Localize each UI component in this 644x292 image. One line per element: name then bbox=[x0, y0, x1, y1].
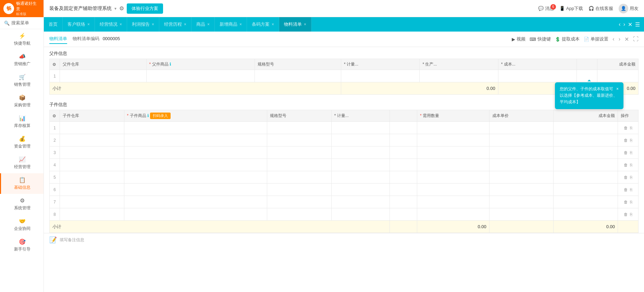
child-cell-unit-cost-6[interactable] bbox=[489, 184, 554, 196]
sidebar-item-finance[interactable]: 💰 资金管理 bbox=[0, 132, 44, 153]
child-cell-warehouse-6[interactable] bbox=[60, 184, 124, 196]
child-cell-unit-cost-2[interactable] bbox=[489, 134, 554, 147]
sidebar-item-sales[interactable]: 🛒 销售管理 bbox=[0, 70, 44, 91]
child-cell-spec-6[interactable] bbox=[267, 184, 332, 196]
tab-next-btn[interactable]: › bbox=[622, 21, 627, 28]
shortcut-action[interactable]: ⌨ 快捷键 bbox=[530, 36, 551, 42]
tab-prev-btn[interactable]: ‹ bbox=[617, 21, 622, 28]
gear-settings-icon[interactable]: ⚙ bbox=[119, 5, 124, 12]
child-cell-unit-cost-8[interactable] bbox=[489, 208, 554, 221]
child-cell-unit-cost-5[interactable] bbox=[489, 171, 554, 184]
child-cell-goods-1[interactable] bbox=[124, 122, 267, 134]
child-cell-qty-4[interactable] bbox=[417, 159, 490, 171]
child-cell-goods-7[interactable] bbox=[124, 196, 267, 208]
tab-profit[interactable]: 利润报告 × bbox=[127, 17, 159, 32]
child-cell-qty-7[interactable] bbox=[417, 196, 490, 208]
sidebar-item-enterprise[interactable]: 🤝 企业协同 bbox=[0, 214, 44, 235]
child-cell-warehouse-7[interactable] bbox=[60, 196, 124, 208]
child-cell-warehouse-1[interactable] bbox=[60, 122, 124, 134]
copy-icon-2[interactable]: ⎘ bbox=[630, 138, 632, 143]
search-menu[interactable]: 🔍 搜索菜单 bbox=[0, 17, 44, 29]
copy-icon-8[interactable]: ⎘ bbox=[630, 212, 632, 217]
nav-left-btn[interactable]: ‹ bbox=[612, 36, 614, 42]
child-cell-spec-8[interactable] bbox=[267, 208, 332, 221]
parent-cell-production-1[interactable] bbox=[420, 70, 498, 82]
child-cell-warehouse-4[interactable] bbox=[60, 159, 124, 171]
view-action[interactable]: ▶ 视频 bbox=[512, 36, 525, 42]
child-cell-warehouse-8[interactable] bbox=[60, 208, 124, 221]
child-cell-spec-2[interactable] bbox=[267, 134, 332, 147]
tab-close-operation[interactable]: × bbox=[120, 22, 122, 27]
tab-customer[interactable]: 客户联络 × bbox=[63, 17, 95, 32]
tab-menu-btn[interactable]: ☰ bbox=[634, 21, 641, 28]
sidebar-item-quicknav[interactable]: ⚡ 快捷导航 bbox=[0, 29, 44, 50]
sidebar-item-operation[interactable]: 📈 经营管理 bbox=[0, 153, 44, 173]
child-cell-spec-7[interactable] bbox=[267, 196, 332, 208]
tab-barcode[interactable]: 条码方案 × bbox=[247, 17, 279, 32]
child-cell-goods-8[interactable] bbox=[124, 208, 267, 221]
copy-icon-7[interactable]: ⎘ bbox=[630, 200, 632, 205]
tab-close-profit[interactable]: × bbox=[152, 22, 154, 27]
close-page-btn[interactable]: ✕ bbox=[624, 36, 629, 43]
child-cell-unit-cost-7[interactable] bbox=[489, 196, 554, 208]
child-cell-unit-4[interactable] bbox=[331, 159, 389, 171]
child-cell-qty-3[interactable] bbox=[417, 147, 490, 159]
child-cell-qty-5[interactable] bbox=[417, 171, 490, 184]
copy-icon-1[interactable]: ⎘ bbox=[630, 126, 632, 130]
child-cell-unit-3[interactable] bbox=[331, 147, 389, 159]
sidebar-item-marketing[interactable]: 📣 营销推广 bbox=[0, 50, 44, 70]
tab-history[interactable]: 经营历程 × bbox=[159, 17, 191, 32]
child-cell-qty-8[interactable] bbox=[417, 208, 490, 221]
tooltip-close-btn[interactable]: × bbox=[616, 86, 619, 92]
copy-icon-4[interactable]: ⎘ bbox=[630, 163, 632, 167]
delete-icon-5[interactable]: 🗑 bbox=[624, 175, 628, 180]
child-cell-goods-2[interactable] bbox=[124, 134, 267, 147]
delete-icon-3[interactable]: 🗑 bbox=[624, 150, 628, 155]
page-tab-bom-code[interactable]: 物料清单编码 0000005 bbox=[73, 34, 120, 44]
tab-new-goods[interactable]: 新增商品 × bbox=[215, 17, 247, 32]
child-cell-spec-1[interactable] bbox=[267, 122, 332, 134]
child-cell-unit-cost-1[interactable] bbox=[489, 122, 554, 134]
child-cell-qty-6[interactable] bbox=[417, 184, 490, 196]
delete-icon-4[interactable]: 🗑 bbox=[624, 163, 628, 167]
child-col-gear[interactable]: ⚙ bbox=[50, 110, 60, 122]
sidebar-item-system[interactable]: ⚙ 系统管理 bbox=[0, 194, 44, 214]
tab-operation[interactable]: 经营情况 × bbox=[95, 17, 127, 32]
tab-close-new-goods[interactable]: × bbox=[239, 22, 242, 27]
child-cell-qty-1[interactable] bbox=[417, 122, 490, 134]
tab-close-all-btn[interactable]: ✕ bbox=[627, 21, 634, 28]
child-cell-warehouse-3[interactable] bbox=[60, 147, 124, 159]
expand-btn[interactable]: ⛶ bbox=[633, 36, 639, 42]
message-badge[interactable]: 💬 6 消息 bbox=[538, 5, 554, 12]
child-cell-unit-1[interactable] bbox=[331, 122, 389, 134]
sidebar-item-basic[interactable]: 📋 基础信息 bbox=[0, 173, 44, 194]
child-cell-qty-2[interactable] bbox=[417, 134, 490, 147]
child-cell-goods-3[interactable] bbox=[124, 147, 267, 159]
sidebar-item-purchase[interactable]: 📦 采购管理 bbox=[0, 91, 44, 112]
parent-cell-spec-1[interactable] bbox=[255, 70, 341, 82]
tab-goods[interactable]: 商品 × bbox=[191, 17, 215, 32]
app-download[interactable]: 📱 App下载 bbox=[559, 5, 583, 12]
tab-bom[interactable]: 物料清单 × bbox=[279, 17, 311, 32]
child-cell-unit-8[interactable] bbox=[331, 208, 389, 221]
tab-close-history[interactable]: × bbox=[184, 22, 186, 27]
child-cell-goods-5[interactable] bbox=[124, 171, 267, 184]
child-cell-goods-6[interactable] bbox=[124, 184, 267, 196]
child-cell-warehouse-5[interactable] bbox=[60, 171, 124, 184]
online-service[interactable]: 🎧 在线客服 bbox=[589, 5, 613, 12]
parent-cell-warehouse-1[interactable] bbox=[60, 70, 147, 82]
child-cell-unit-7[interactable] bbox=[331, 196, 389, 208]
tab-close-barcode[interactable]: × bbox=[272, 22, 274, 27]
user-menu[interactable]: 👤 用友 bbox=[619, 4, 639, 13]
parent-cell-unit-1[interactable] bbox=[341, 70, 420, 82]
tab-close-customer[interactable]: × bbox=[87, 22, 90, 27]
delete-icon-1[interactable]: 🗑 bbox=[624, 126, 628, 130]
page-tab-bom-list[interactable]: 物料清单 bbox=[49, 34, 67, 44]
child-cell-spec-4[interactable] bbox=[267, 159, 332, 171]
tab-close-bom[interactable]: × bbox=[304, 22, 306, 27]
sidebar-item-guide[interactable]: 🎯 新手引导 bbox=[0, 235, 44, 256]
child-cell-goods-4[interactable] bbox=[124, 159, 267, 171]
child-cell-unit-2[interactable] bbox=[331, 134, 389, 147]
nav-right-btn[interactable]: › bbox=[619, 36, 620, 42]
sidebar-item-inventory[interactable]: 📊 库存核算 bbox=[0, 112, 44, 132]
